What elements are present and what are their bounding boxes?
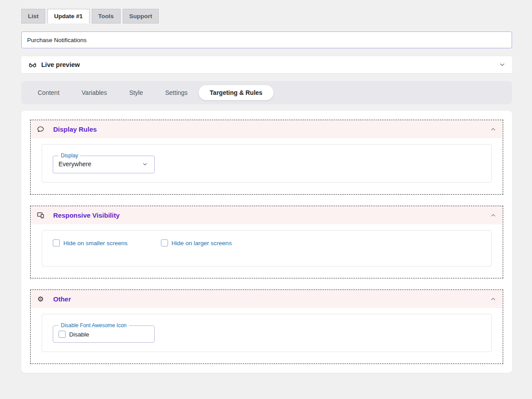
chevron-up-icon[interactable] bbox=[490, 126, 497, 133]
disable-checkbox[interactable] bbox=[59, 331, 66, 338]
section-responsive-visibility: Responsive Visibility Hide on smaller sc… bbox=[30, 206, 503, 278]
display-rules-header[interactable]: Display Rules bbox=[31, 120, 503, 138]
chevron-up-icon[interactable] bbox=[490, 296, 497, 302]
responsive-devices-icon bbox=[37, 211, 44, 219]
tab-settings[interactable]: Settings bbox=[154, 85, 199, 100]
nav-tabs: List Update #1 Tools Support bbox=[21, 9, 512, 23]
disable-font-awesome-label: Disable Font Awesome Icon bbox=[59, 322, 129, 329]
hide-larger-screens-label: Hide on larger screens bbox=[172, 240, 232, 246]
nav-tab-support[interactable]: Support bbox=[123, 9, 159, 23]
responsive-checkbox-row: Hide on smaller screens Hide on larger s… bbox=[53, 239, 481, 246]
nav-tab-list[interactable]: List bbox=[21, 9, 45, 23]
responsive-visibility-header[interactable]: Responsive Visibility bbox=[31, 206, 503, 224]
comment-icon bbox=[37, 125, 44, 133]
notification-title-input[interactable] bbox=[21, 31, 512, 48]
display-field-label: Display bbox=[59, 153, 80, 159]
display-rules-title: Display Rules bbox=[53, 125, 97, 133]
tab-targeting-rules[interactable]: Targeting & Rules bbox=[199, 85, 274, 100]
display-select[interactable]: Everywhere bbox=[57, 160, 151, 169]
disable-font-awesome-field: Disable Font Awesome Icon Disable bbox=[53, 322, 155, 343]
section-display-rules: Display Rules Display Everywhere bbox=[30, 120, 503, 195]
gear-icon: ⚙ bbox=[37, 296, 44, 303]
targeting-rules-panel: Display Rules Display Everywhere bbox=[21, 111, 512, 373]
other-body: Disable Font Awesome Icon Disable bbox=[31, 308, 503, 364]
chevron-up-icon[interactable] bbox=[490, 212, 497, 219]
admin-page: List Update #1 Tools Support Live previe… bbox=[0, 0, 532, 391]
glasses-icon bbox=[28, 61, 37, 69]
display-rules-body: Display Everywhere bbox=[31, 138, 503, 194]
responsive-visibility-box: Hide on smaller screens Hide on larger s… bbox=[42, 230, 492, 266]
tab-style[interactable]: Style bbox=[118, 85, 154, 100]
other-box: Disable Font Awesome Icon Disable bbox=[42, 314, 492, 352]
nav-tab-update[interactable]: Update #1 bbox=[47, 9, 90, 23]
hide-smaller-screens-checkbox[interactable] bbox=[53, 239, 60, 246]
responsive-visibility-body: Hide on smaller screens Hide on larger s… bbox=[31, 224, 503, 278]
hide-smaller-screens-option[interactable]: Hide on smaller screens bbox=[53, 239, 128, 246]
hide-larger-screens-checkbox[interactable] bbox=[161, 239, 168, 246]
other-title: Other bbox=[53, 295, 71, 303]
live-preview-toggle[interactable]: Live preview bbox=[21, 56, 512, 73]
live-preview-label: Live preview bbox=[41, 61, 80, 68]
tab-content[interactable]: Content bbox=[27, 85, 70, 100]
settings-tab-bar: Content Variables Style Settings Targeti… bbox=[21, 81, 512, 104]
display-rules-box: Display Everywhere bbox=[42, 144, 492, 183]
other-header[interactable]: ⚙ Other bbox=[31, 290, 503, 308]
disable-label: Disable bbox=[69, 331, 89, 338]
chevron-down-icon[interactable] bbox=[493, 56, 512, 73]
display-field: Display Everywhere bbox=[53, 153, 155, 173]
tab-variables[interactable]: Variables bbox=[70, 85, 118, 100]
disable-option[interactable]: Disable bbox=[59, 331, 89, 338]
responsive-visibility-title: Responsive Visibility bbox=[53, 211, 120, 219]
hide-larger-screens-option[interactable]: Hide on larger screens bbox=[161, 239, 232, 246]
nav-tab-tools[interactable]: Tools bbox=[92, 9, 121, 23]
section-other: ⚙ Other Disable Font Awesome Icon bbox=[30, 289, 503, 364]
hide-smaller-screens-label: Hide on smaller screens bbox=[63, 240, 128, 246]
